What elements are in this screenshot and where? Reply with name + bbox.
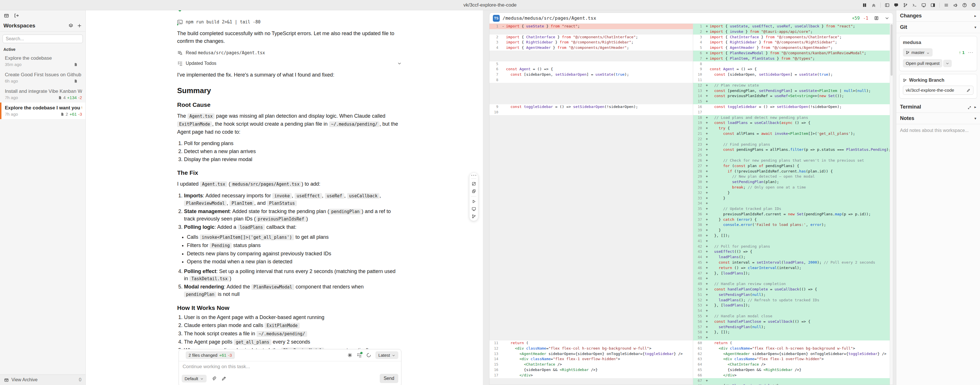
diff-gap-row (489, 51, 693, 56)
diff-gap-row (489, 255, 693, 260)
diff-code-row: 12+ // Plan review state (693, 83, 893, 88)
inline-code: loadPlans (238, 224, 265, 230)
terminal-icon[interactable] (912, 3, 917, 8)
chat-list: Poll for pending plansDetect when a new … (178, 140, 396, 163)
inline-code: invoke (272, 193, 292, 199)
file-icon (58, 95, 62, 100)
model-dropdown[interactable]: Default (182, 375, 207, 382)
panel-left-icon[interactable] (885, 3, 890, 8)
autoscroll-toggle-icon[interactable] (471, 181, 476, 186)
tool-call-read[interactable]: Read medusa/src/pages/Agent.tsx (177, 50, 402, 56)
run-play-icon[interactable] (471, 199, 476, 204)
chat-transcript: npm run build 2>&1 | tail -80The build c… (177, 10, 402, 349)
diff-additions: +59 (852, 16, 860, 21)
view-archive-row[interactable]: View Archive 0 (0, 374, 86, 385)
list-item: When a new pending plan is detected, the… (184, 347, 396, 349)
diff-gap-row (489, 265, 693, 271)
chevron-right-icon: ▸ (974, 105, 976, 109)
attach-paperclip-icon[interactable] (211, 376, 216, 381)
diff-gap-row (489, 260, 693, 265)
open-pull-request-button[interactable]: Open pull request (903, 59, 942, 67)
new-workspace-plus-icon[interactable] (77, 23, 82, 28)
send-button[interactable]: Send (380, 374, 398, 383)
inline-code: pendingPlan (184, 292, 216, 298)
commits-ahead[interactable]: ↑ 1 (959, 50, 964, 55)
list-item: Display the plan review modal (184, 156, 396, 163)
todos-status-icon[interactable] (356, 352, 362, 358)
diff-gap-row (489, 335, 693, 340)
inline-code: PlanStatus (267, 200, 297, 206)
git-branch-icon[interactable] (903, 3, 908, 8)
workspace-list-item[interactable]: Explore the codebase 35m ago (0, 53, 86, 69)
loading-circle-icon[interactable] (366, 352, 371, 358)
message-input[interactable] (179, 361, 401, 372)
tool-call-terminal[interactable]: npm run build 2>&1 | tail -80 (177, 19, 402, 25)
branch-dropdown[interactable]: master (903, 48, 932, 57)
spark-icon[interactable] (347, 352, 353, 358)
version-dropdown[interactable]: Latest (375, 351, 398, 359)
changes-section-header[interactable]: Changes ▸ (896, 10, 980, 22)
notes-placeholder[interactable]: Add notes about this workspace... (896, 124, 980, 137)
diff-gap-row (489, 99, 693, 104)
help-icon[interactable] (962, 3, 967, 8)
diff-code-row: 35+ // Update tracked plan IDs (693, 206, 893, 212)
workspace-list: Explore the codebase 35m ago Create Good… (0, 53, 86, 119)
panel-right-icon[interactable] (930, 3, 935, 8)
diff-code-row: 42+ // Poll for pending plans (693, 244, 893, 249)
drag-handle[interactable] (471, 175, 476, 176)
diff-code-row: 39+ } (693, 228, 893, 233)
whitespace-toggle-icon[interactable] (874, 16, 879, 21)
workspace-list-item[interactable]: Install and integrate Vibe Kanban Web 7h… (0, 86, 86, 103)
copy-icon[interactable] (471, 189, 476, 194)
diff-gap-row (489, 271, 693, 276)
more-actions-icon[interactable]: ··· (968, 50, 974, 55)
settings-gear-icon[interactable]: ⚙ (971, 3, 976, 8)
pr-options-dropdown[interactable] (943, 60, 952, 67)
workspace-list-item[interactable]: Create Good First Issues on Github So p … (0, 69, 86, 86)
diff-code-row: 56+ const handlePlanClose = useCallback(… (693, 319, 893, 325)
chevron-down-icon[interactable] (397, 61, 402, 66)
diff-code-row: 22+ (693, 137, 893, 142)
list-item: Modal rendering: Added the PlanReviewMod… (184, 283, 396, 298)
pause-icon[interactable] (862, 3, 867, 8)
diff-code-row: 3import { ChatInterface } from "@/compon… (693, 35, 893, 40)
notes-section-header[interactable]: Notes ▾ (896, 113, 980, 124)
chat-bubble-icon[interactable] (894, 3, 899, 8)
branch-icon[interactable] (471, 214, 476, 219)
archive-tray-icon[interactable] (4, 13, 9, 18)
diff-gap-row (489, 217, 693, 223)
expand-icon[interactable] (967, 105, 971, 109)
diff-gap-row (489, 120, 693, 126)
preview-monitor-icon[interactable] (471, 207, 476, 212)
typescript-file-icon: TS (493, 15, 500, 22)
repo-card: medusa master ↑ 1 ··· Open pull request (899, 36, 977, 71)
edit-pencil-icon[interactable] (966, 88, 970, 92)
git-section-header[interactable]: Git ▾ (896, 22, 980, 33)
search-input[interactable] (3, 35, 83, 43)
workspace-title: Create Good First Issues on Github So p (5, 72, 82, 78)
files-changed-chip[interactable]: 2 files changed +61 -3 (186, 351, 235, 359)
composer-footer: Default Send (179, 373, 401, 383)
workspace-list-item[interactable]: Explore the codebase I want you to exp 7… (0, 103, 86, 119)
diff-code-row: 48+ (693, 276, 893, 281)
diff-code-row: 29+ // New plan detected — open the moda… (693, 174, 893, 179)
chat-paragraph: I've implemented the fix. Here's a summa… (177, 71, 400, 79)
diff-scrollbar[interactable] (890, 24, 893, 385)
diff-code-row: 21+ const allPlans = await invoke<PlanIt… (693, 131, 893, 137)
diff-code-row: 8 (489, 77, 693, 83)
pen-icon[interactable] (221, 376, 227, 381)
layers-icon[interactable] (68, 23, 73, 28)
workspace-diff-badge: 2+61-3 (60, 112, 82, 116)
terminal-section-header[interactable]: Terminal ▸ (896, 102, 980, 113)
collapse-chevron-icon[interactable] (885, 16, 889, 21)
megaphone-icon[interactable] (953, 3, 958, 8)
diff-file-header[interactable]: TS /medusa/medusa/src/pages/Agent.tsx +5… (489, 13, 893, 24)
tool-call-todos[interactable]: Updated Todos (177, 60, 402, 66)
double-chevron-up-icon[interactable] (871, 3, 876, 8)
sidebar-collapse-icon[interactable] (14, 13, 19, 18)
monitor-icon[interactable] (921, 3, 926, 8)
working-branch-input[interactable] (906, 88, 966, 93)
menu-icon[interactable] (944, 3, 949, 8)
diff-code-row: 17 </div> (489, 373, 693, 378)
deletions-count: -3 (228, 353, 232, 358)
